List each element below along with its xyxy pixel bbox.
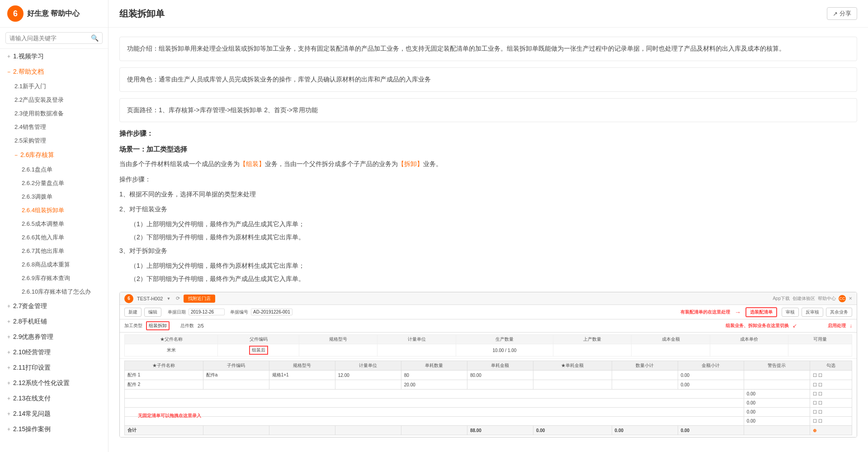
mock-cc: CC: [839, 295, 846, 302]
sidebar-item-splitstock[interactable]: 2.6.2分量盘点单: [0, 176, 108, 190]
sidebar-item-newbie[interactable]: 2.1新手入门: [0, 80, 108, 93]
mock-type-select-highlight[interactable]: 组装后: [249, 346, 268, 355]
mock-date-input[interactable]: 2019-12-26: [189, 309, 225, 315]
mock-th-spec: 规格型号: [299, 335, 377, 344]
mock-footer-8: 0.00: [612, 426, 678, 435]
mock-th-cost: 成本金额: [632, 335, 710, 344]
sidebar-item-sales[interactable]: 2.4销售管理: [0, 120, 108, 134]
mock-empty-row-4: [125, 399, 744, 408]
step2-sub2-text: （2）下部明细为子件明细，最终作为原材料生成其它出库单。: [119, 232, 857, 243]
mock-scell-2-warn: [744, 380, 810, 390]
sidebar-item-video[interactable]: + 1.视频学习: [0, 49, 108, 64]
mock-screen: 6 TEST-H002 ▼ ⟳ 找附近门店 App下载 创建体验区 帮助中心 C…: [120, 292, 857, 437]
search-box[interactable]: 🔍: [0, 28, 108, 49]
mock-topbar-right: App下载 创建体验区 帮助中心 CC ✕: [773, 295, 852, 302]
mock-type-label: 加工类型: [124, 323, 142, 329]
steps-label: 操作步骤：: [119, 174, 857, 185]
mock-number-label: 单据编号: [230, 309, 248, 315]
sidebar-item-label: 2.6库存核算: [20, 151, 54, 159]
mock-scell-4-check: ☐ ☐: [810, 399, 852, 408]
sidebar-item-goodscost[interactable]: 2.6.8商品成本重算: [0, 258, 108, 271]
mock-cell-parent-code: 组装后: [218, 344, 299, 357]
mock-sth-qty-subtotal: 数量小计: [612, 361, 678, 371]
sidebar-item-docs[interactable]: − 2.帮助文档: [0, 64, 108, 80]
sidebar-item-wrongaccount[interactable]: 2.6.10库存账本错了怎么办: [0, 285, 108, 299]
mock-footer-6: 88.00: [467, 426, 533, 435]
mock-count-value: 2/5: [198, 324, 204, 328]
step3-sub1-text: （1）上部明细为父件明细，最终作为原材料生成其它出库单；: [119, 260, 857, 271]
mock-th-unit: 计量单位: [377, 335, 456, 344]
mock-type-select[interactable]: 组装拆卸: [146, 321, 170, 330]
mock-sth-unit: 计量单位: [335, 361, 401, 371]
sidebar-item-label: 1.视频学习: [13, 52, 44, 61]
expand-icon: +: [7, 395, 10, 402]
sidebar-item-label: 2.帮助文档: [13, 68, 44, 76]
sidebar-item-label: 2.9优惠券管理: [13, 333, 53, 341]
search-icon[interactable]: 🔍: [91, 34, 99, 42]
sidebar-item-stocktake[interactable]: 2.6.1盘点单: [0, 163, 108, 176]
sidebar-item-adjust[interactable]: 2.6.3调拨单: [0, 190, 108, 204]
sidebar-item-otherin[interactable]: 2.6.6其他入库单: [0, 231, 108, 244]
sidebar-item-cases[interactable]: + 2.15操作案例: [0, 422, 108, 437]
mock-sth-spec: 规格型号: [269, 361, 335, 371]
step3-sub2-text: （2）下部明细为子件明细，最终作为产成品生成其它入库单。: [119, 273, 857, 285]
sidebar-item-fund[interactable]: + 2.7资金管理: [0, 299, 108, 314]
mock-other-btn[interactable]: 其余业务: [826, 308, 852, 317]
sidebar-item-label: 2.10经营管理: [13, 348, 51, 357]
mock-cell-prod2: [553, 344, 632, 357]
sidebar-item-operation[interactable]: + 2.10经营管理: [0, 345, 108, 360]
sidebar-item-cost[interactable]: 2.6.5成本调整单: [0, 217, 108, 231]
mock-th-produce-qty2: 上产数量: [553, 335, 632, 344]
mock-topbar: 6 TEST-H002 ▼ ⟳ 找附近门店 App下载 创建体验区 帮助中心 C…: [120, 292, 857, 305]
sidebar-item-mobile[interactable]: + 2.8手机旺铺: [0, 314, 108, 329]
assembly-highlight: 【组装】: [240, 160, 265, 167]
mock-cell-unit: [377, 344, 456, 357]
path-intro-text: 页面路径：1、库存核算->库存管理->组装拆卸单 2、首页->常用功能: [127, 106, 318, 114]
mock-sth-consume-qty: 单耗数量: [401, 361, 467, 371]
share-icon: ↗: [833, 10, 838, 17]
mock-close-icon: ✕: [849, 296, 852, 301]
sidebar-item-install[interactable]: 2.2产品安装及登录: [0, 93, 108, 107]
search-input[interactable]: [9, 35, 91, 42]
mock-lower-row-4: 0.00 ☐ ☐: [125, 399, 852, 408]
sidebar-nav: + 1.视频学习 − 2.帮助文档 2.1新手入门 2.2产品安装及登录 2.3…: [0, 49, 108, 452]
sidebar-item-payment[interactable]: + 2.13在线支付: [0, 391, 108, 406]
sidebar-item-otherout[interactable]: 2.6.7其他出库单: [0, 244, 108, 258]
sidebar-item-assembly[interactable]: 2.6.4组装拆卸单: [0, 204, 108, 217]
mock-th-parent-name: ★父件名称: [125, 335, 218, 344]
mock-unaudit-btn[interactable]: 反审核: [802, 308, 823, 317]
expand-icon: +: [7, 426, 10, 433]
expand-icon: +: [7, 319, 10, 325]
step3-text: 3、对于拆卸业务: [119, 245, 857, 257]
mock-footer-5: [401, 426, 467, 435]
sidebar-item-purchase[interactable]: 2.5采购管理: [0, 134, 108, 147]
mock-nearby-btn[interactable]: 找附近门店: [184, 295, 215, 303]
mock-edit-btn[interactable]: 编辑: [144, 308, 161, 317]
mock-scell-2-unit: [335, 380, 401, 390]
mock-sth-warning: 警告提示: [744, 361, 810, 371]
sidebar: 6 好生意 帮助中心 🔍 + 1.视频学习 − 2.帮助文档 2.1新手入门 2…: [0, 0, 108, 452]
content-body: 功能介绍：组装拆卸单用来处理企业组装或拆卸等加工业务，支持有固定装配清单的产品加…: [108, 28, 868, 447]
sidebar-item-inventory[interactable]: − 2.6库存核算: [0, 147, 108, 163]
sidebar-item-stockcheck[interactable]: 2.6.9库存账本查询: [0, 271, 108, 285]
mock-lower-row-3: 0.00 ☐ ☐: [125, 390, 852, 399]
main-header: 组装拆卸单 ↗ 分享: [108, 0, 868, 28]
mock-select-assembly-btn[interactable]: 选装配清单: [745, 307, 777, 317]
mock-drag-annotation: 无固定清单可以拖拽在这里录入: [138, 413, 201, 419]
expand-icon: +: [7, 53, 10, 60]
mock-number-input[interactable]: AD-20191226-001: [251, 309, 292, 315]
sidebar-item-customize[interactable]: + 2.12系统个性化设置: [0, 376, 108, 391]
mock-dropdown-icon: ▼: [166, 296, 170, 301]
mock-new-btn[interactable]: 新建: [124, 308, 142, 317]
share-button[interactable]: ↗ 分享: [827, 7, 857, 20]
sidebar-item-data[interactable]: 2.3使用前数据准备: [0, 107, 108, 120]
app-title: 好生意 帮助中心: [27, 9, 80, 19]
sidebar-item-coupon[interactable]: + 2.9优惠券管理: [0, 329, 108, 345]
mock-th-produce-qty: 生产数量: [456, 335, 553, 344]
main-content: 组装拆卸单 ↗ 分享 功能介绍：组装拆卸单用来处理企业组装或拆卸等加工业务，支持…: [108, 0, 868, 452]
mock-upper-table-wrapper: ★父件名称 父件编码 规格型号 计量单位 生产数量 上产数量 成本金额 成本单价…: [120, 333, 857, 359]
sidebar-item-print[interactable]: + 2.11打印设置: [0, 360, 108, 376]
mock-audit-btn[interactable]: 审核: [782, 308, 799, 317]
mock-count-label: 总件数: [180, 323, 194, 329]
sidebar-item-faq[interactable]: + 2.14常见问题: [0, 406, 108, 422]
